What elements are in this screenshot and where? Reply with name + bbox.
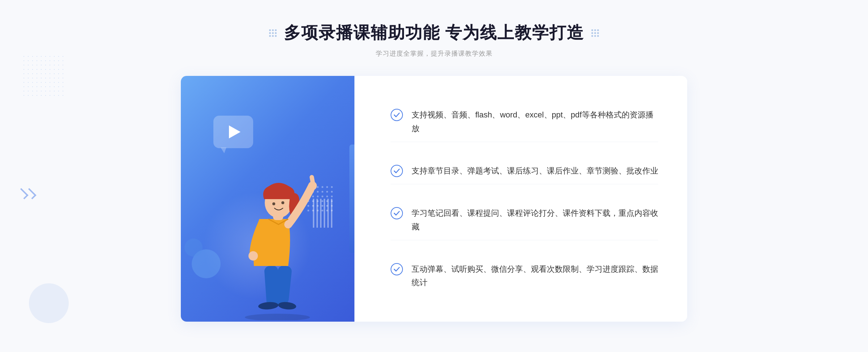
header-decorators: 多项录播课辅助功能 专为线上教学打造	[269, 22, 599, 44]
left-chevron-decoration	[20, 189, 34, 199]
feature-item-1: 支持视频、音频、flash、word、excel、ppt、pdf等各种格式的资源…	[391, 102, 658, 142]
check-icon-2	[391, 165, 403, 177]
features-area: 支持视频、音频、flash、word、excel、ppt、pdf等各种格式的资源…	[354, 76, 687, 322]
header-section: 多项录播课辅助功能 专为线上教学打造 学习进度全掌握，提升录播课教学效果	[269, 22, 599, 58]
svg-point-14	[391, 165, 403, 177]
svg-point-8	[272, 202, 275, 205]
svg-point-16	[391, 263, 403, 275]
feature-text-4: 互动弹幕、试听购买、微信分享、观看次数限制、学习进度跟踪、数据统计	[412, 262, 658, 289]
play-bubble	[213, 116, 253, 148]
content-area: 支持视频、音频、flash、word、excel、ppt、pdf等各种格式的资源…	[181, 76, 687, 322]
svg-point-0	[245, 314, 310, 320]
person-illustration	[221, 147, 337, 322]
svg-point-12	[248, 251, 258, 261]
check-icon-3	[391, 207, 403, 219]
check-icon-1	[391, 109, 403, 121]
subtitle: 学习进度全掌握，提升录播课教学效果	[269, 49, 599, 58]
dot-grid	[269, 29, 277, 37]
dot-grid	[591, 29, 599, 37]
illustration-area	[181, 76, 354, 322]
feature-text-1: 支持视频、音频、flash、word、excel、ppt、pdf等各种格式的资源…	[412, 108, 658, 135]
svg-point-13	[391, 109, 403, 121]
feature-item-3: 学习笔记回看、课程提问、课程评论打分、课件资料下载，重点内容收藏	[391, 200, 658, 240]
page-wrapper: 多项录播课辅助功能 专为线上教学打造 学习进度全掌握，提升录播课教学效果	[0, 0, 868, 352]
header-dots-left	[269, 29, 277, 37]
feature-text-3: 学习笔记回看、课程提问、课程评论打分、课件资料下载，重点内容收藏	[412, 206, 658, 233]
feature-text-2: 支持章节目录、弹题考试、课后练习、课后作业、章节测验、批改作业	[412, 164, 658, 177]
svg-point-15	[391, 207, 403, 219]
svg-point-9	[281, 201, 284, 204]
decorative-dots-topleft	[22, 54, 65, 98]
main-title: 多项录播课辅助功能 专为线上教学打造	[284, 22, 584, 44]
feature-item-2: 支持章节目录、弹题考试、课后练习、课后作业、章节测验、批改作业	[391, 158, 658, 184]
deco-circle-2	[184, 239, 203, 257]
blue-bar-decoration	[349, 145, 354, 253]
feature-item-4: 互动弹幕、试听购买、微信分享、观看次数限制、学习进度跟踪、数据统计	[391, 256, 658, 296]
chevron-icon	[25, 188, 36, 199]
header-dots-right	[591, 29, 599, 37]
check-icon-4	[391, 263, 403, 275]
decorative-circle-bottomleft	[29, 283, 69, 323]
play-icon	[229, 125, 241, 138]
